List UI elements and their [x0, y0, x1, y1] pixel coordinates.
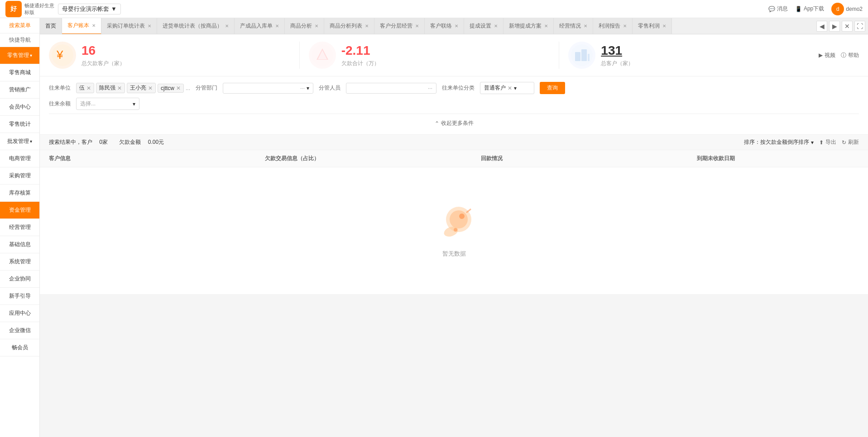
sidebar-item-purchase[interactable]: 采购管理 [0, 167, 39, 185]
stat-icon-amount [309, 42, 336, 69]
sidebar-search[interactable]: 搜索菜单 [0, 18, 39, 33]
tab-home[interactable]: 首页 [40, 18, 62, 34]
topbar-right: 💬 消息 📱 App下载 d demo2 [768, 3, 863, 15]
svg-rect-7 [581, 49, 587, 61]
tab-close-icon[interactable]: ✕ [623, 24, 627, 28]
tab-retail-profit[interactable]: 零售利润 ✕ [633, 18, 672, 34]
tab-product-analysis-list[interactable]: 商品分析列表 ✕ [324, 18, 374, 34]
tab-add-tip-plan[interactable]: 新增提成方案 ✕ [504, 18, 554, 34]
sidebar-quick-nav[interactable]: 快捷导航 [0, 33, 39, 47]
tab-label: 利润报告 [599, 22, 620, 30]
person-select[interactable]: ··· [346, 83, 436, 94]
tab-cost-instock[interactable]: 产成品入库单 ✕ [235, 18, 285, 34]
tag-remove-category[interactable]: ✕ [508, 85, 512, 91]
dept-dots: ··· [300, 85, 305, 91]
tab-close-icon[interactable]: ✕ [415, 24, 419, 28]
category-tag: 普通客户 ✕ [484, 84, 512, 92]
sidebar-item-system[interactable]: 系统管理 [0, 253, 39, 271]
tab-customer-contact[interactable]: 客户联络 ✕ [425, 18, 464, 34]
tab-close-icon[interactable]: ✕ [275, 24, 279, 28]
tab-customer-book[interactable]: 客户账本 ✕ [62, 18, 101, 34]
tab-label: 客户账本 [67, 22, 89, 29]
tab-close-icon[interactable]: ✕ [662, 24, 666, 28]
sidebar-item-enterprise-wechat[interactable]: 企业微信 [0, 322, 39, 339]
tab-customer-tier[interactable]: 客户分层经营 ✕ [374, 18, 425, 34]
sidebar-item-members[interactable]: 会员中心 [0, 99, 39, 116]
stat-info-customers: 16 总欠款客户（家） [82, 43, 125, 68]
empty-illustration [434, 204, 475, 244]
tab-label: 进货单统计表（按商品） [163, 22, 222, 30]
help-button[interactable]: ⓘ 帮助 [841, 52, 859, 59]
message-button[interactable]: 💬 消息 [768, 5, 788, 13]
results-info: 搜索结果中，客户 0家 欠款金额 0.00元 [49, 138, 175, 146]
tag-remove-wu[interactable]: ✕ [86, 85, 91, 91]
query-button[interactable]: 查询 [540, 82, 565, 94]
store-selector[interactable]: 母婴行业演示帐套 ▼ [58, 4, 121, 14]
tag-remove-wang[interactable]: ✕ [148, 85, 153, 91]
tab-close-icon[interactable]: ✕ [544, 24, 548, 28]
main-layout: 搜索菜单 快捷导航 零售管理 ▾ 零售商城 营销推广 会员中心 零售统计 批发管… [0, 18, 868, 437]
tab-tip-settings[interactable]: 提成设置 ✕ [464, 18, 504, 34]
sidebar-item-capital[interactable]: 资金管理 [0, 202, 39, 219]
svg-point-14 [454, 228, 457, 232]
tab-profit-report[interactable]: 利润报告 ✕ [593, 18, 633, 34]
tab-close-icon[interactable]: ✕ [148, 24, 151, 28]
sidebar-item-retail-stats[interactable]: 零售统计 [0, 116, 39, 133]
sidebar-item-operations[interactable]: 经营管理 [0, 219, 39, 236]
sort-label: 排序：按欠款金额倒序排序 [744, 138, 809, 146]
person-filter-label: 分管人员 [319, 84, 340, 92]
tab-close-all-button[interactable]: ✕ [842, 21, 853, 32]
tab-close-icon[interactable]: ✕ [584, 24, 587, 28]
sidebar-item-retail-mgmt[interactable]: 零售管理 ▾ [0, 47, 39, 64]
filter-more-icon[interactable]: ... [186, 85, 190, 91]
chevron-down-icon: ▾ [514, 85, 517, 91]
person-dots: ··· [428, 85, 432, 91]
tab-close-icon[interactable]: ✕ [455, 24, 458, 28]
tab-purchase-stats[interactable]: 采购订单统计表 ✕ [101, 18, 157, 34]
tab-close-icon[interactable]: ✕ [315, 24, 318, 28]
tab-close-icon[interactable]: ✕ [225, 24, 229, 28]
refresh-button[interactable]: ↻ 刷新 [842, 138, 859, 146]
tab-label: 客户联络 [430, 22, 452, 30]
filter-area: 往来单位 伍 ✕ 陈民强 ✕ 王小亮 [40, 76, 868, 135]
sort-select[interactable]: 排序：按欠款金额倒序排序 ▾ [744, 138, 814, 146]
sidebar-item-marketing[interactable]: 营销推广 [0, 81, 39, 99]
category-select[interactable]: 普通客户 ✕ ▾ [480, 82, 534, 94]
sidebar-item-basics[interactable]: 基础信息 [0, 236, 39, 253]
app-download-button[interactable]: 📱 App下载 [795, 5, 824, 13]
video-button[interactable]: ▶ 视频 [819, 52, 835, 59]
fullscreen-button[interactable]: ⛶ [854, 21, 865, 32]
sidebar-item-newbie[interactable]: 新手引导 [0, 288, 39, 305]
tag-remove-cjttcw[interactable]: ✕ [176, 85, 181, 91]
export-button[interactable]: ⬆ 导出 [819, 138, 836, 146]
user-profile[interactable]: d demo2 [831, 3, 863, 15]
stat-info-total: 131 总客户（家） [601, 43, 633, 68]
tab-close-icon[interactable]: ✕ [494, 24, 498, 28]
help-icon: ⓘ [841, 52, 846, 59]
chevron-down-icon: ▾ [133, 101, 135, 107]
sidebar-item-retail-mall[interactable]: 零售商城 [0, 64, 39, 81]
tab-next-button[interactable]: ▶ [829, 21, 840, 32]
stats-row: ¥ 16 总欠款客户（家） [40, 34, 868, 76]
sidebar-item-inventory[interactable]: 库存核算 [0, 185, 39, 202]
sidebar-item-enterprise[interactable]: 企业协同 [0, 271, 39, 288]
collapse-button[interactable]: ⌃ 收起更多条件 [49, 118, 859, 129]
dept-select[interactable]: ··· ▾ [223, 83, 313, 94]
results-actions: 排序：按欠款金额倒序排序 ▾ ⬆ 导出 ↻ 刷新 [744, 138, 859, 146]
tab-prev-button[interactable]: ◀ [816, 21, 827, 32]
tab-product-analysis[interactable]: 商品分析 ✕ [285, 18, 324, 34]
sidebar-item-vip[interactable]: 畅会员 [0, 339, 39, 356]
tab-close-icon[interactable]: ✕ [365, 24, 369, 28]
tab-close-icon[interactable]: ✕ [92, 23, 96, 28]
sidebar-item-wholesale[interactable]: 批发管理 ▾ [0, 133, 39, 150]
video-icon: ▶ [819, 52, 823, 58]
tab-instock-stats[interactable]: 进货单统计表（按商品） ✕ [157, 18, 235, 34]
sidebar-item-app-center[interactable]: 应用中心 [0, 305, 39, 322]
search-results-text: 搜索结果中，客户 0家 欠款金额 0.00元 [49, 139, 169, 145]
svg-point-12 [459, 214, 465, 219]
tab-biz-overview[interactable]: 经营情况 ✕ [554, 18, 593, 34]
tag-remove-chen[interactable]: ✕ [117, 85, 122, 91]
balance-select[interactable]: 选择... ▾ [76, 98, 139, 110]
sidebar-item-ecom[interactable]: 电商管理 [0, 150, 39, 167]
filter-tag-wang: 王小亮 ✕ [127, 83, 156, 93]
